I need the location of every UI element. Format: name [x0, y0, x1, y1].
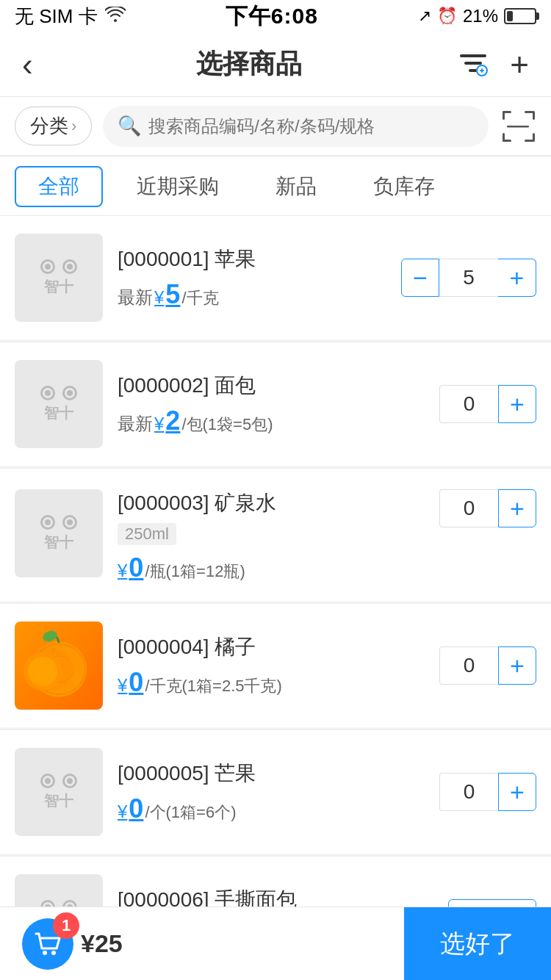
- price-label-2: 最新: [118, 412, 153, 436]
- svg-rect-12: [525, 140, 533, 142]
- search-input[interactable]: [148, 116, 474, 137]
- svg-rect-9: [533, 111, 535, 120]
- confirm-button[interactable]: 选好了: [404, 907, 551, 980]
- qty-control-2: +: [439, 385, 536, 423]
- search-icon: 🔍: [118, 115, 141, 137]
- qty-plus-2[interactable]: +: [498, 385, 536, 423]
- qty-plus-5[interactable]: +: [498, 773, 536, 811]
- price-currency-3: ¥: [118, 561, 127, 581]
- price-currency-2: ¥: [154, 414, 164, 434]
- nav-actions: +: [458, 46, 529, 83]
- price-amount-1: 5: [165, 279, 180, 310]
- product-price-5: ¥ 0 /个(1箱=6个): [118, 793, 425, 824]
- product-name-4: [0000004] 橘子: [118, 633, 425, 661]
- product-info-3: [0000003] 矿泉水 250ml ¥ 0 /瓶(1箱=12瓶): [103, 489, 439, 583]
- product-image-1: 智十: [15, 234, 103, 322]
- add-icon[interactable]: +: [510, 46, 529, 83]
- svg-rect-8: [525, 111, 533, 113]
- price-unit-1: /千克: [181, 287, 218, 309]
- svg-point-21: [28, 657, 57, 686]
- nav-bar: ‹ 选择商品 +: [0, 32, 551, 97]
- qty-input-3[interactable]: [439, 489, 498, 527]
- qty-input-1[interactable]: [439, 259, 498, 297]
- qty-input-2[interactable]: [439, 385, 498, 423]
- price-amount-5: 0: [129, 793, 143, 824]
- back-button[interactable]: ‹: [22, 46, 40, 83]
- price-unit-3: /瓶(1箱=12瓶): [145, 561, 245, 583]
- product-item-2: 智十 [0000002] 面包 最新 ¥ 2 /包(1袋=5包) +: [0, 342, 551, 466]
- svg-rect-14: [507, 126, 529, 128]
- svg-rect-1: [464, 62, 482, 65]
- product-list: 智十 [0000001] 苹果 最新 ¥ 5 /千克 − +: [0, 216, 551, 980]
- product-info-2: [0000002] 面包 最新 ¥ 2 /包(1袋=5包): [103, 372, 439, 436]
- product-spec-3: 250ml: [118, 523, 176, 545]
- price-unit-5: /个(1箱=6个): [145, 801, 236, 824]
- qty-control-5: +: [439, 773, 536, 811]
- product-name-5: [0000005] 芒果: [118, 760, 425, 788]
- svg-rect-0: [460, 54, 486, 57]
- category-arrow-icon: ›: [71, 117, 76, 136]
- owl-logo-5: 智十: [40, 774, 77, 811]
- tab-recent[interactable]: 近期采购: [114, 166, 242, 207]
- product-image-3: 智十: [15, 489, 103, 577]
- product-name-1: [0000001] 苹果: [118, 245, 386, 273]
- battery-icon: [504, 8, 536, 24]
- owl-logo-2: 智十: [40, 386, 77, 423]
- product-info-5: [0000005] 芒果 ¥ 0 /个(1箱=6个): [103, 760, 439, 824]
- cart-icon[interactable]: 1: [22, 918, 73, 970]
- product-item-4: [0000004] 橘子 ¥ 0 /千克(1箱=2.5千克) +: [0, 604, 551, 727]
- product-info-1: [0000001] 苹果 最新 ¥ 5 /千克: [103, 245, 401, 310]
- svg-point-19: [41, 629, 59, 644]
- owl-logo-3: 智十: [40, 515, 77, 552]
- product-name-2: [0000002] 面包: [118, 372, 425, 400]
- qty-plus-4[interactable]: +: [498, 646, 536, 685]
- qty-plus-1[interactable]: +: [498, 259, 536, 297]
- owl-logo: 智十: [40, 259, 77, 297]
- filter-icon[interactable]: [458, 50, 488, 79]
- category-button[interactable]: 分类 ›: [15, 107, 92, 145]
- qty-input-4[interactable]: [439, 646, 498, 685]
- svg-rect-13: [533, 133, 535, 142]
- product-item-1: 智十 [0000001] 苹果 最新 ¥ 5 /千克 − +: [0, 216, 551, 339]
- status-time: 下午6:08: [226, 1, 318, 32]
- qty-minus-1[interactable]: −: [401, 259, 439, 297]
- category-label: 分类: [30, 113, 68, 139]
- qty-plus-3[interactable]: +: [498, 489, 536, 527]
- svg-rect-11: [503, 133, 505, 142]
- tab-all-label: 全部: [38, 173, 79, 201]
- filter-row: 分类 › 🔍: [0, 97, 551, 156]
- qty-control-3: +: [439, 489, 536, 527]
- product-info-4: [0000004] 橘子 ¥ 0 /千克(1箱=2.5千克): [103, 633, 439, 698]
- bottom-bar: 1 ¥25 选好了: [0, 907, 551, 980]
- tab-new[interactable]: 新品: [253, 166, 339, 207]
- price-amount-4: 0: [129, 667, 143, 698]
- product-image-2: 智十: [15, 360, 103, 448]
- search-box: 🔍: [103, 106, 489, 147]
- cart-badge: 1: [53, 912, 79, 939]
- qty-input-5[interactable]: [439, 773, 498, 811]
- price-amount-3: 0: [129, 552, 143, 583]
- price-label-1: 最新: [118, 286, 153, 309]
- cart-section: 1 ¥25: [0, 918, 404, 970]
- tab-all[interactable]: 全部: [15, 166, 103, 207]
- product-price-1: 最新 ¥ 5 /千克: [118, 279, 386, 310]
- qty-control-4: +: [439, 646, 536, 685]
- svg-rect-7: [503, 111, 505, 120]
- product-price-3: ¥ 0 /瓶(1箱=12瓶): [118, 552, 425, 583]
- price-currency-1: ¥: [154, 287, 164, 308]
- scan-button[interactable]: [500, 108, 536, 145]
- product-item-5: 智十 [0000005] 芒果 ¥ 0 /个(1箱=6个) +: [0, 730, 551, 854]
- svg-point-23: [51, 951, 56, 955]
- battery-percent: 21%: [463, 6, 498, 26]
- qty-control-1: − +: [401, 259, 536, 297]
- tab-negative-label: 负库存: [373, 173, 435, 201]
- product-price-2: 最新 ¥ 2 /包(1袋=5包): [118, 406, 425, 436]
- product-image-5: 智十: [15, 748, 103, 836]
- status-icons: ↗ ⏰ 21%: [418, 6, 536, 26]
- product-item-3: 智十 [0000003] 矿泉水 250ml ¥ 0 /瓶(1箱=12瓶) +: [0, 469, 551, 601]
- product-price-4: ¥ 0 /千克(1箱=2.5千克): [118, 667, 425, 698]
- tab-negative[interactable]: 负库存: [350, 166, 458, 207]
- cart-total: ¥25: [81, 929, 123, 958]
- location-icon: ↗: [418, 7, 431, 26]
- status-carrier: 无 SIM 卡: [15, 4, 126, 29]
